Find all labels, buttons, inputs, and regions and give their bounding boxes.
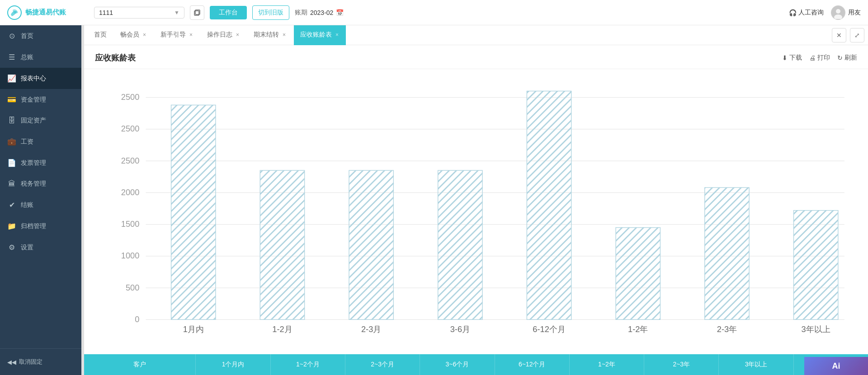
sidebar-item-总账[interactable]: ☰ 总账 [0, 47, 81, 68]
sidebar-label-固定资产: 固定资产 [21, 117, 46, 125]
svg-rect-24 [260, 170, 304, 319]
svg-rect-25 [349, 170, 393, 319]
tab-close-icon[interactable]: × [189, 32, 193, 38]
sidebar-label-设置: 设置 [21, 244, 33, 252]
svg-text:3年以上: 3年以上 [802, 324, 830, 334]
sidebar-label-结账: 结账 [21, 201, 33, 209]
sidebar-label-资金管理: 资金管理 [21, 96, 46, 104]
chevron-down-icon: ▼ [174, 9, 179, 16]
table-header-6~12个月: 6~12个月 [495, 354, 570, 375]
svg-text:1月内: 1月内 [183, 324, 204, 334]
tab-新手引导[interactable]: 新手引导× [154, 25, 200, 45]
sidebar-label-税务管理: 税务管理 [21, 180, 46, 188]
user-area[interactable]: 用友 [831, 5, 861, 20]
table-header-2~3个月: 2~3个月 [345, 354, 420, 375]
tab-close-icon[interactable]: × [142, 32, 147, 38]
page-content: 应收账龄表 ⬇ 下载 🖨 打印 ↻ 刷新 [84, 45, 868, 375]
table-header-客户: 客户 [84, 354, 196, 375]
content-area: 首页畅会员×新手引导×操作日志×期末结转×应收账龄表× ✕ ⤢ 应收账龄表 ⬇ … [84, 25, 868, 375]
svg-text:1-2月: 1-2月 [272, 324, 292, 334]
table-footer-header: 客户1个月内1~2个月2~3个月3~6个月6~12个月1~2年2~3年3年以上合… [84, 354, 868, 375]
tab-bar-right: ✕ ⤢ [832, 28, 864, 42]
table-header-1个月内: 1个月内 [196, 354, 270, 375]
sidebar-bottom: ◀◀ 取消固定 [0, 348, 81, 375]
tab-bar: 首页畅会员×新手引导×操作日志×期末结转×应收账龄表× ✕ ⤢ [84, 25, 868, 45]
tab-close-icon[interactable]: × [335, 32, 340, 38]
tab-label: 畅会员 [120, 31, 139, 39]
pin-icon: ◀◀ [7, 359, 16, 366]
unpin-button[interactable]: ◀◀ 取消固定 [0, 353, 81, 370]
sidebar-item-资金管理[interactable]: 💳 资金管理 [0, 89, 81, 110]
unpin-label: 取消固定 [19, 358, 42, 366]
chart-container: 2500 2500 2500 2000 1500 1000 500 0 [84, 69, 868, 354]
tab-label: 首页 [94, 31, 107, 39]
company-select[interactable]: 1111 ▼ [94, 7, 184, 19]
svg-rect-27 [527, 91, 571, 320]
tab-期末结转[interactable]: 期末结转× [247, 25, 293, 45]
table-header-2~3年: 2~3年 [644, 354, 719, 375]
old-version-button[interactable]: 切到旧版 [252, 5, 289, 20]
sidebar-icon-发票管理: 📄 [7, 159, 16, 167]
download-button[interactable]: ⬇ 下载 [782, 54, 802, 62]
sidebar-item-固定资产[interactable]: 🗄 固定资产 [0, 110, 81, 131]
tab-畅会员[interactable]: 畅会员× [114, 25, 153, 45]
svg-text:1-2年: 1-2年 [628, 324, 648, 334]
tab-首页[interactable]: 首页 [88, 25, 113, 45]
svg-text:2-3年: 2-3年 [717, 324, 737, 334]
sidebar-item-归档管理[interactable]: 📁 归档管理 [0, 216, 81, 237]
sidebar-item-工资[interactable]: 💼 工资 [0, 131, 81, 152]
sidebar-item-首页[interactable]: ⊙ 首页 [0, 25, 81, 47]
svg-text:0: 0 [135, 314, 139, 324]
expand-tab-button[interactable]: ⤢ [850, 28, 864, 42]
svg-rect-29 [705, 188, 749, 319]
sidebar-icon-归档管理: 📁 [7, 222, 16, 230]
user-name: 用友 [848, 9, 861, 17]
refresh-button[interactable]: ↻ 刷新 [837, 54, 857, 62]
close-tab-button[interactable]: ✕ [832, 28, 846, 42]
svg-text:1000: 1000 [121, 251, 140, 260]
print-button[interactable]: 🖨 打印 [809, 54, 830, 62]
download-icon: ⬇ [782, 54, 788, 61]
sidebar-label-总账: 总账 [21, 53, 33, 61]
top-header: 畅捷通易代账 1111 ▼ 工作台 切到旧版 账期 2023-02 📅 🎧 人工… [0, 0, 868, 25]
sidebar-item-结账[interactable]: ✔ 结账 [0, 194, 81, 216]
period-value: 2023-02 [310, 9, 333, 16]
svg-text:1500: 1500 [121, 219, 140, 229]
consult-button[interactable]: 🎧 人工咨询 [789, 9, 824, 17]
sidebar-item-税务管理[interactable]: 🏛 税务管理 [0, 173, 81, 194]
sidebar-icon-总账: ☰ [7, 53, 16, 61]
tab-应收账龄表[interactable]: 应收账龄表× [294, 25, 346, 45]
tab-label: 新手引导 [160, 31, 186, 39]
table-header-1~2年: 1~2年 [570, 354, 644, 375]
logo-text: 畅捷通易代账 [25, 8, 66, 17]
svg-text:3-6月: 3-6月 [450, 324, 470, 334]
tab-close-icon[interactable]: × [235, 32, 240, 38]
tab-label: 应收账龄表 [300, 31, 332, 39]
chart-svg: 2500 2500 2500 2000 1500 1000 500 0 [95, 74, 857, 350]
page-actions: ⬇ 下载 🖨 打印 ↻ 刷新 [782, 54, 857, 62]
sidebar-icon-工资: 💼 [7, 137, 16, 146]
svg-rect-30 [794, 211, 838, 320]
refresh-icon: ↻ [837, 54, 843, 61]
calendar-icon[interactable]: 📅 [336, 9, 344, 16]
svg-point-4 [836, 9, 840, 14]
ai-label: Ai [832, 361, 840, 371]
tab-操作日志[interactable]: 操作日志× [201, 25, 246, 45]
sidebar-label-工资: 工资 [21, 138, 33, 146]
workbench-button[interactable]: 工作台 [210, 6, 247, 19]
table-header-3~6个月: 3~6个月 [420, 354, 495, 375]
period-label: 账期 [295, 9, 307, 17]
copy-icon-button[interactable] [190, 5, 204, 20]
logo-area: 畅捷通易代账 [7, 5, 89, 20]
sidebar-icon-设置: ⚙ [7, 243, 16, 252]
sidebar-icon-资金管理: 💳 [7, 95, 16, 104]
sidebar-item-报表中心[interactable]: 📈 报表中心 [0, 68, 81, 89]
ai-button[interactable]: Ai [804, 357, 868, 375]
tab-close-icon[interactable]: × [282, 32, 287, 38]
sidebar-icon-税务管理: 🏛 [7, 180, 16, 188]
sidebar-label-首页: 首页 [21, 32, 33, 40]
page-title: 应收账龄表 [95, 52, 136, 63]
tab-label: 操作日志 [207, 31, 232, 39]
sidebar-item-发票管理[interactable]: 📄 发票管理 [0, 152, 81, 173]
sidebar-item-设置[interactable]: ⚙ 设置 [0, 237, 81, 258]
